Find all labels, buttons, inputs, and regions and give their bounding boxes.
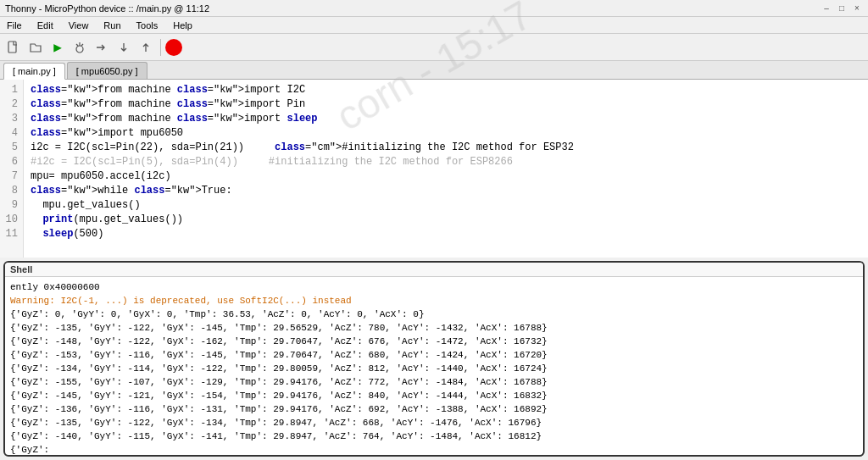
line-number-2: 2 <box>5 97 18 112</box>
shell-line: {'GyZ': -155, 'GyY': -107, 'GyX': -129, … <box>10 375 858 389</box>
shell-line: {'GyZ': -145, 'GyY': -121, 'GyX': -154, … <box>10 389 858 402</box>
toolbar: ▶ <box>0 34 868 61</box>
svg-point-1 <box>76 46 83 53</box>
code-line-6: #i2c = I2C(scl=Pin(5), sda=Pin(4)) #init… <box>31 155 861 169</box>
code-line-4: class="kw">import mpu6050 <box>31 126 861 141</box>
menu-item-edit[interactable]: Edit <box>34 19 57 31</box>
shell-line: {'GyZ': -134, 'GyY': -114, 'GyX': -122, … <box>10 362 858 375</box>
line-number-11: 11 <box>5 227 18 241</box>
shell-output[interactable]: ently 0x40000600Warning: I2C(-1, ...) is… <box>5 277 863 455</box>
shell-line: {'GyZ': -153, 'GyY': -116, 'GyX': -145, … <box>10 348 858 362</box>
tab-mpu6050py[interactable]: [ mpu6050.py ] <box>67 62 147 79</box>
toolbar-separator <box>160 39 161 56</box>
svg-line-3 <box>76 44 78 46</box>
svg-rect-0 <box>8 42 16 53</box>
main-content: 1234567891011 class="kw">from machine cl… <box>0 80 868 460</box>
stop-button[interactable] <box>165 39 182 56</box>
svg-line-4 <box>81 44 83 46</box>
shell-line: {'GyZ': -136, 'GyY': -116, 'GyX': -131, … <box>10 402 858 416</box>
shell-line: {'GyZ': -135, 'GyY': -122, 'GyX': -134, … <box>10 416 858 430</box>
window-controls: – □ × <box>821 3 863 14</box>
code-line-3: class="kw">from machine class="kw">impor… <box>31 112 861 126</box>
code-content[interactable]: class="kw">from machine class="kw">impor… <box>24 80 868 258</box>
code-editor[interactable]: 1234567891011 class="kw">from machine cl… <box>0 80 868 258</box>
step-over-button[interactable] <box>92 37 112 58</box>
maximize-button[interactable]: □ <box>836 3 848 14</box>
line-number-7: 7 <box>5 169 18 184</box>
line-number-4: 4 <box>5 126 18 141</box>
step-into-button[interactable] <box>114 37 134 58</box>
menu-item-help[interactable]: Help <box>170 19 196 31</box>
shell-line: {'GyZ': 0, 'GyY': 0, 'GyX': 0, 'Tmp': 36… <box>10 308 858 321</box>
shell-line: Warning: I2C(-1, ...) is deprecated, use… <box>10 294 858 308</box>
line-number-3: 3 <box>5 112 18 126</box>
code-line-5: i2c = I2C(scl=Pin(22), sda=Pin(21)) clas… <box>31 141 861 155</box>
step-out-button[interactable] <box>136 37 156 58</box>
window-title: Thonny - MicroPython device :: /main.py … <box>5 3 209 14</box>
minimize-button[interactable]: – <box>821 3 832 14</box>
code-line-11: sleep(500) <box>31 227 861 241</box>
menu-item-run[interactable]: Run <box>100 19 124 31</box>
menu-bar: FileEditViewRunToolsHelp <box>0 17 868 34</box>
line-number-8: 8 <box>5 184 18 198</box>
title-bar: Thonny - MicroPython device :: /main.py … <box>0 0 868 17</box>
line-number-9: 9 <box>5 198 18 213</box>
code-line-10: print(mpu.get_values()) <box>31 213 861 227</box>
shell-line: {'GyZ': <box>10 443 858 455</box>
code-line-7: mpu= mpu6050.accel(i2c) <box>31 169 861 184</box>
code-line-8: class="kw">while class="kw">True: <box>31 184 861 198</box>
shell-line: {'GyZ': -140, 'GyY': -115, 'GyX': -141, … <box>10 430 858 443</box>
run-button[interactable]: ▶ <box>47 37 68 58</box>
menu-item-view[interactable]: View <box>65 19 92 31</box>
line-number-6: 6 <box>5 155 18 169</box>
shell-line: ently 0x40000600 <box>10 280 858 294</box>
open-button[interactable] <box>25 37 46 58</box>
shell-line: {'GyZ': -148, 'GyY': -122, 'GyX': -162, … <box>10 335 858 348</box>
tab-mainpy[interactable]: [ main.py ] <box>3 63 65 80</box>
new-button[interactable] <box>3 37 24 58</box>
line-number-5: 5 <box>5 141 18 155</box>
code-line-2: class="kw">from machine class="kw">impor… <box>31 97 861 112</box>
code-line-9: mpu.get_values() <box>31 198 861 213</box>
close-button[interactable]: × <box>851 3 863 14</box>
tabs: [ main.py ][ mpu6050.py ] <box>0 61 868 80</box>
shell-header: Shell <box>5 263 863 277</box>
shell-area: Shell ently 0x40000600Warning: I2C(-1, .… <box>3 261 865 457</box>
line-number-1: 1 <box>5 83 18 97</box>
code-line-1: class="kw">from machine class="kw">impor… <box>31 83 861 97</box>
menu-item-tools[interactable]: Tools <box>133 19 162 31</box>
code-lines: 1234567891011 class="kw">from machine cl… <box>0 80 868 258</box>
shell-line: {'GyZ': -135, 'GyY': -122, 'GyX': -145, … <box>10 321 858 335</box>
line-number-10: 10 <box>5 213 18 227</box>
debug-button[interactable] <box>70 37 90 58</box>
line-numbers: 1234567891011 <box>0 80 24 258</box>
menu-item-file[interactable]: File <box>3 19 25 31</box>
